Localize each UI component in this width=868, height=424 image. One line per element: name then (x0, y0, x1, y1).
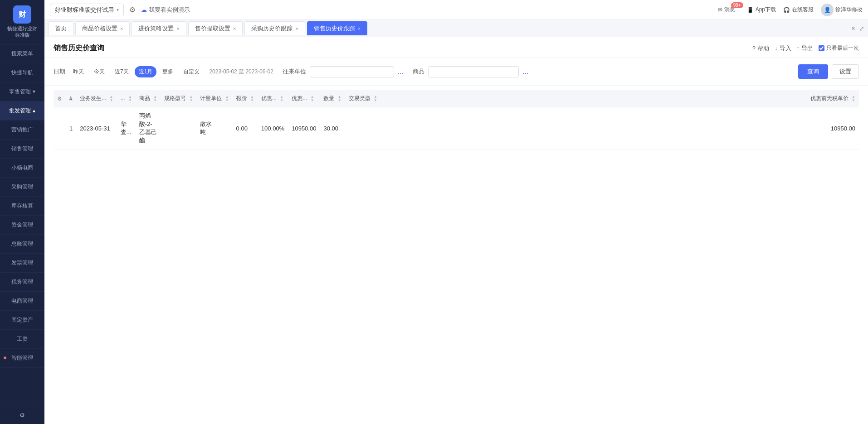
table-row[interactable]: 1 2023-05-31 华查... 丙烯酸-2-乙基己酯 散水 吨 0.00 … (54, 107, 859, 149)
tab-close-purchase-history[interactable]: × (295, 26, 298, 31)
col-quantity[interactable]: 数量 ▲▼ (320, 90, 345, 107)
tab-close-price-settings[interactable]: × (120, 26, 123, 31)
col-pretax-price[interactable]: 优惠前无税单价 ▲▼ (807, 90, 859, 107)
import-icon: ↓ (775, 45, 778, 52)
sort-icons-price: ▲▼ (250, 95, 254, 102)
sidebar-item-marketing[interactable]: 营销推广 (0, 120, 44, 140)
online-service-button[interactable]: 🎧 在线客服 (783, 6, 814, 14)
col-spec[interactable]: 规格型号 ▲▼ (161, 90, 196, 107)
sidebar-item-ecom[interactable]: 电商管理 (0, 292, 44, 311)
source-dots-button[interactable]: ... (398, 67, 404, 76)
row-seq-cell: 1 (66, 107, 76, 149)
sidebar-item-wholesale[interactable]: 批发管理 ▴ (0, 101, 44, 120)
col-txn-type[interactable]: 交易类型 ▲▼ (345, 90, 381, 107)
product-label: 商品 (413, 67, 424, 76)
source-label: 往来单位 (283, 67, 306, 76)
product-input[interactable] (428, 66, 519, 77)
demo-link[interactable]: ☁ 我要看实例演示 (141, 6, 190, 14)
row-unit-cell: 散水 吨 (196, 107, 232, 149)
col-price[interactable]: 报价 ▲▼ (233, 90, 258, 107)
date-btn-more[interactable]: 更多 (158, 66, 177, 77)
user-profile[interactable]: 👤 徐泽华修改 (821, 4, 863, 16)
date-label: 日期 (54, 67, 65, 76)
sidebar-item-sales[interactable]: 销售管理 (0, 140, 44, 159)
avatar: 👤 (821, 4, 834, 16)
tab-purchase-history[interactable]: 采购历史价跟踪 × (244, 21, 305, 35)
product-dots-button[interactable]: ... (522, 67, 528, 76)
help-button[interactable]: ? 帮助 (752, 44, 769, 53)
date-btn-yesterday[interactable]: 昨天 (69, 66, 88, 77)
date-btn-today[interactable]: 今天 (90, 66, 109, 77)
table-container: ⚙ # 业务发生... ▲▼ ... ▲▼ 商品 ▲ (44, 86, 868, 159)
column-config-icon[interactable]: ⚙ (57, 96, 62, 102)
tab-home[interactable]: 首页 (48, 21, 73, 35)
settings-button[interactable]: 设置 (832, 64, 859, 79)
row-discount-pct-cell: 100.00% (258, 107, 288, 149)
col-unit[interactable]: 计量单位 ▲▼ (196, 90, 232, 107)
sidebar-item-general-ledger[interactable]: 总账管理 (0, 235, 44, 254)
sidebar-item-payroll[interactable]: 工资 (0, 330, 44, 349)
row-discount-amt-cell: 10950.00 (288, 107, 320, 149)
row-spec-cell (161, 107, 196, 149)
date-btn-custom[interactable]: 自定义 (179, 66, 204, 77)
version-selector[interactable]: 好业财标准版交付试用 ▾ (50, 4, 124, 16)
sidebar-item-inventory[interactable]: 库存核算 (0, 197, 44, 216)
col-discount-amt[interactable]: 优惠... ▲▼ (288, 90, 320, 107)
import-button[interactable]: ↓ 导入 (775, 44, 791, 53)
sidebar-item-purchase[interactable]: 采购管理 (0, 178, 44, 197)
sidebar-item-fixed-assets[interactable]: 固定资产 (0, 311, 44, 330)
gear-icon: ⚙ (20, 412, 25, 419)
sidebar-item-search[interactable]: 搜索菜单 (0, 44, 44, 63)
headset-icon: 🎧 (783, 7, 790, 13)
col-biz-date[interactable]: 业务发生... ▲▼ (76, 90, 117, 107)
sidebar-item-ecom-small[interactable]: 小畅电商 (0, 159, 44, 178)
topbar-settings-button[interactable]: ⚙ (129, 5, 136, 14)
tab-close-sales-history[interactable]: × (358, 26, 361, 31)
message-button[interactable]: ✉ 消息 99+ (713, 6, 740, 14)
date-btn-last7[interactable]: 近7天 (111, 66, 133, 77)
sidebar-item-quick-nav[interactable]: 快捷导航 (0, 63, 44, 82)
phone-icon: 📱 (747, 7, 754, 13)
query-button[interactable]: 查询 (798, 64, 828, 79)
tab-window-maximize-icon[interactable]: ⤢ (859, 25, 864, 32)
tab-window-close-icon[interactable]: × (851, 24, 855, 33)
settings-gear-icon: ⚙ (129, 6, 136, 14)
row-quantity-cell: 30.00 (320, 107, 345, 149)
tab-price-settings[interactable]: 商品价格设置 × (75, 21, 130, 35)
tab-sales-history[interactable]: 销售历史价跟踪 × (307, 21, 367, 35)
col-config[interactable]: ⚙ (54, 90, 66, 107)
col-discount-pct[interactable]: 优惠... ▲▼ (258, 90, 288, 107)
demo-icon: ☁ (141, 6, 147, 13)
sidebar: 财 畅捷通好业财 标准版 搜索菜单 快捷导航 零售管理 ▾ 批发管理 ▴ 营销推… (0, 0, 44, 424)
export-icon: ↑ (797, 45, 800, 52)
filter-area: 日期 昨天 今天 近7天 近1月 更多 自定义 2023-05-02 至 202… (44, 58, 868, 86)
message-badge: 99+ (731, 2, 743, 8)
filter-product-group: 商品 ... (413, 66, 528, 77)
sort-icons-discount-pct: ▲▼ (280, 95, 283, 102)
row-more-cell: 华查... (117, 107, 136, 149)
tab-pricing-strategy[interactable]: 进价策略设置 × (132, 21, 186, 35)
sidebar-item-finance[interactable]: 资金管理 (0, 216, 44, 235)
sidebar-item-tax[interactable]: 税务管理 (0, 273, 44, 292)
date-btn-last1m[interactable]: 近1月 (135, 66, 157, 77)
source-input[interactable] (310, 66, 394, 77)
only-last-checkbox[interactable]: 只看最后一次 (819, 44, 859, 52)
app-download-button[interactable]: 📱 App下载 (747, 6, 776, 14)
tab-close-pricing-strategy[interactable]: × (176, 26, 179, 31)
sidebar-item-retail[interactable]: 零售管理 ▾ (0, 82, 44, 101)
sidebar-item-invoice[interactable]: 发票管理 (0, 254, 44, 273)
col-more[interactable]: ... ▲▼ (117, 90, 136, 107)
sidebar-item-smart[interactable]: 智能管理 (0, 349, 44, 368)
sidebar-settings-button[interactable]: ⚙ (0, 406, 44, 424)
filter-action-buttons: 查询 设置 (798, 64, 859, 79)
only-last-input[interactable] (819, 45, 824, 51)
sort-icons-txn-type: ▲▼ (374, 95, 377, 102)
row-price-cell: 0.00 (233, 107, 258, 149)
col-product[interactable]: 商品 ▲▼ (136, 90, 161, 107)
export-button[interactable]: ↑ 导出 (797, 44, 814, 53)
row-txn-type-cell (345, 107, 381, 149)
tab-price-extract[interactable]: 售价提取设置 × (188, 21, 243, 35)
tab-close-price-extract[interactable]: × (233, 26, 236, 31)
person-icon: 👤 (824, 7, 831, 13)
date-buttons: 昨天 今天 近7天 近1月 更多 自定义 (69, 66, 204, 77)
